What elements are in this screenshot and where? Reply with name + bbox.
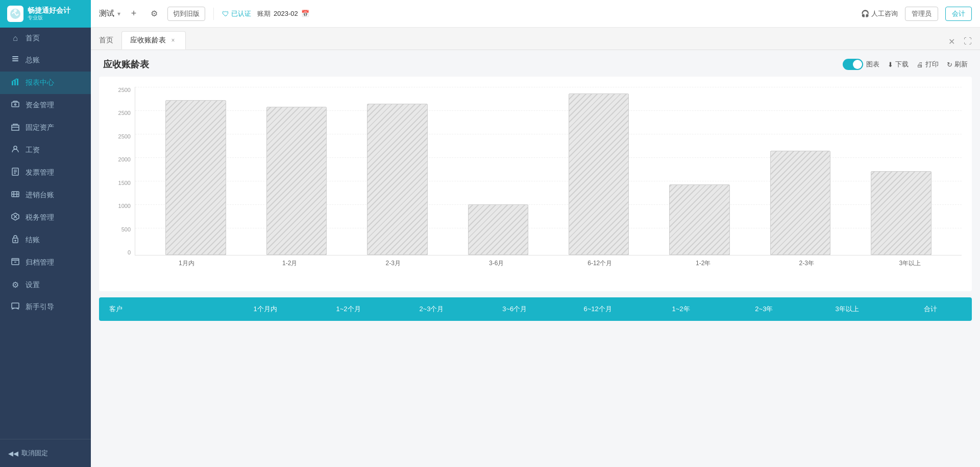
x-label-3-6月: 3-6月 — [445, 255, 549, 271]
print-button[interactable]: 🖨 打印 — [917, 60, 939, 69]
funds-icon — [10, 100, 20, 110]
project-selector[interactable]: 测试 ▾ — [99, 9, 120, 18]
user-button[interactable]: 管理员 — [905, 7, 938, 21]
invoice-icon — [10, 168, 20, 178]
certified-badge: 🛡 已认证 — [222, 9, 251, 18]
svg-point-1 — [14, 9, 17, 12]
bar-item-4 — [448, 87, 548, 255]
svg-rect-26 — [12, 259, 19, 260]
y-label-1000: 1000 — [118, 203, 131, 209]
x-label-3年以上: 3年以上 — [859, 255, 962, 271]
pin-icon: ◀◀ — [8, 450, 18, 457]
reports-icon — [10, 78, 20, 88]
y-axis: 2500 2500 2500 2000 1500 1000 500 0 — [109, 87, 135, 255]
guide-icon — [10, 302, 20, 312]
app-logo-icon — [7, 6, 23, 22]
sidebar-item-closing[interactable]: 结账 — [0, 229, 91, 251]
sidebar-item-home[interactable]: ⌂ 首页 — [0, 28, 91, 49]
home-icon: ⌂ — [10, 34, 20, 43]
sidebar-logo-text: 畅捷通好会计 专业版 — [28, 6, 70, 22]
svg-rect-4 — [12, 60, 18, 61]
old-version-button[interactable]: 切到旧版 — [167, 7, 205, 21]
bar-3年以上 — [871, 171, 931, 255]
download-button[interactable]: ⬇ 下载 — [888, 60, 909, 69]
bar-1-2年 — [669, 184, 729, 255]
table-header: 客户 1个月内 1~2个月 2~3个月 3~6个月 6~12个月 1~2年 2~… — [99, 297, 972, 321]
page-title: 应收账龄表 — [103, 58, 149, 71]
sidebar-logo: 畅捷通好会计 专业版 — [0, 0, 91, 28]
tabbar: 首页 应收账龄表 × ✕ ⛶ — [91, 28, 980, 50]
sidebar-item-archive[interactable]: 归档管理 — [0, 251, 91, 274]
x-label-2-3年: 2-3年 — [755, 255, 859, 271]
archive-icon — [10, 258, 20, 268]
content-area: 应收账龄表 图表 ⬇ 下载 🖨 打印 ↻ 刷新 — [91, 50, 980, 467]
x-label-1-2月: 1-2月 — [238, 255, 342, 271]
payroll-icon — [10, 145, 20, 155]
bar-item-5 — [549, 87, 649, 255]
settings-icon: ⚙ — [10, 280, 20, 290]
tab-home[interactable]: 首页 — [91, 31, 121, 50]
bar-3-6月 — [468, 204, 528, 255]
x-label-1月内: 1月内 — [135, 255, 238, 271]
page-header: 应收账龄表 图表 ⬇ 下载 🖨 打印 ↻ 刷新 — [91, 50, 980, 77]
sidebar-item-assets[interactable]: 固定资产 — [0, 116, 91, 139]
refresh-icon: ↻ — [947, 61, 952, 68]
sidebar-item-invoice[interactable]: 发票管理 — [0, 161, 91, 184]
main-area: 测试 ▾ + ⚙ 切到旧版 🛡 已认证 账期 2023-02 📅 🎧 人工咨询 … — [91, 0, 980, 467]
svg-rect-3 — [12, 58, 18, 59]
x-label-2-3月: 2-3月 — [341, 255, 445, 271]
svg-point-24 — [15, 240, 16, 241]
chart-toggle-container: 图表 — [843, 59, 879, 70]
sidebar-item-tax[interactable]: 税务管理 — [0, 206, 91, 229]
sidebar-item-purchase[interactable]: 进销台账 — [0, 184, 91, 206]
y-label-2500c: 2500 — [118, 133, 131, 139]
chart-toggle-label: 图表 — [866, 60, 879, 69]
sidebar-item-settings[interactable]: ⚙ 设置 — [0, 274, 91, 296]
sidebar-item-funds[interactable]: 资金管理 — [0, 94, 91, 116]
closing-icon — [10, 235, 20, 245]
project-chevron-icon: ▾ — [117, 10, 120, 17]
headset-icon: 🎧 — [861, 10, 869, 17]
svg-rect-10 — [12, 125, 19, 130]
chart-plot — [135, 87, 962, 255]
role-button[interactable]: 会计 — [945, 7, 972, 21]
print-icon: 🖨 — [917, 61, 923, 68]
y-label-500: 500 — [121, 226, 131, 232]
th-1-2month: 1~2个月 — [307, 297, 390, 321]
unpin-button[interactable]: ◀◀ 取消固定 — [0, 445, 91, 462]
tab-fullscreen-button[interactable]: ⛶ — [962, 35, 974, 48]
aging-table: 客户 1个月内 1~2个月 2~3个月 3~6个月 6~12个月 1~2年 2~… — [99, 297, 972, 321]
sidebar-bottom: ◀◀ 取消固定 — [0, 439, 91, 467]
topbar-right-actions: 🎧 人工咨询 管理员 会计 — [861, 7, 972, 21]
th-3-6month: 3~6个月 — [473, 297, 556, 321]
tab-close-icon[interactable]: × — [169, 36, 177, 44]
accounting-period: 账期 2023-02 📅 — [257, 9, 309, 18]
add-tab-button[interactable]: + — [127, 7, 141, 21]
bar-2-3月 — [367, 104, 427, 255]
tab-aging[interactable]: 应收账龄表 × — [121, 31, 186, 50]
sidebar-nav: ⌂ 首页 总账 报表中心 资金管理 固定资产 — [0, 28, 91, 439]
header-actions: 图表 ⬇ 下载 🖨 打印 ↻ 刷新 — [843, 59, 968, 70]
th-2-3year: 2~3年 — [722, 297, 805, 321]
bar-item-6 — [649, 87, 750, 255]
th-3year-plus: 3年以上 — [805, 297, 889, 321]
sidebar-item-reports[interactable]: 报表中心 — [0, 72, 91, 94]
x-axis: 1月内 1-2月 2-3月 3-6月 6-12个月 1-2年 2-3年 3年以上 — [135, 255, 962, 271]
assets-icon — [10, 123, 20, 133]
refresh-button[interactable]: ↻ 刷新 — [947, 60, 968, 69]
chart-toggle[interactable] — [843, 59, 863, 70]
calendar-icon[interactable]: 📅 — [301, 10, 309, 17]
support-button[interactable]: 🎧 人工咨询 — [861, 9, 898, 18]
y-label-2500a: 2500 — [118, 87, 131, 93]
sidebar-item-ledger[interactable]: 总账 — [0, 49, 91, 72]
chart-container: 2500 2500 2500 2000 1500 1000 500 0 — [99, 77, 972, 291]
download-icon: ⬇ — [888, 61, 893, 68]
sidebar-item-guide[interactable]: 新手引导 — [0, 296, 91, 318]
bar-item-3 — [347, 87, 448, 255]
sidebar-item-payroll[interactable]: 工资 — [0, 139, 91, 161]
tabbar-right: ✕ ⛶ — [945, 35, 980, 50]
y-label-0: 0 — [128, 249, 131, 255]
bar-chart: 2500 2500 2500 2000 1500 1000 500 0 — [109, 87, 962, 271]
topbar-settings-button[interactable]: ⚙ — [147, 7, 161, 21]
tab-close-window-button[interactable]: ✕ — [945, 35, 958, 48]
